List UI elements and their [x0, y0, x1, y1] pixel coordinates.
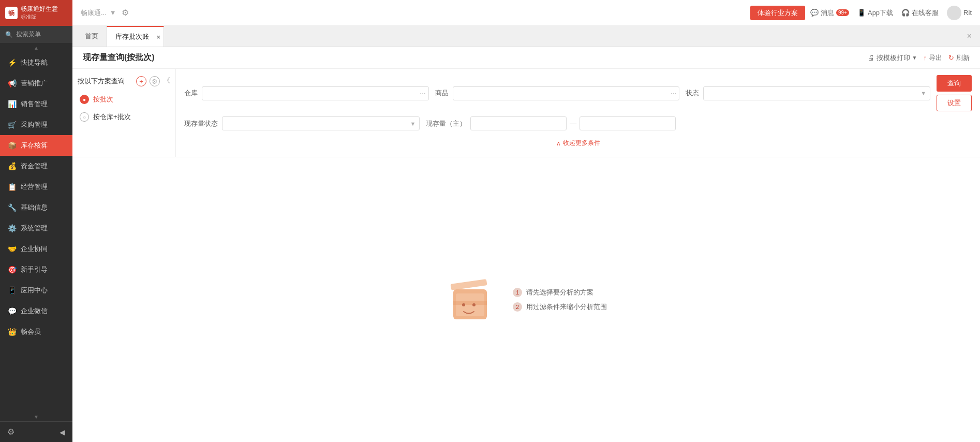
empty-illustration [446, 274, 497, 326]
tab-close-icon[interactable]: × [156, 33, 160, 41]
sidebar-item-member[interactable]: 👑 畅会员 [0, 321, 72, 342]
product-input[interactable] [453, 86, 680, 100]
query-button[interactable]: 查询 [937, 75, 972, 92]
template-print-button[interactable]: 🖨 按模板打印 ▼ [868, 53, 917, 63]
inventory-qty-to[interactable] [580, 116, 676, 130]
finance-icon: 💰 [7, 161, 17, 171]
export-button[interactable]: ↑ 导出 [924, 53, 943, 63]
sidebar-item-apps[interactable]: 📱 应用中心 [0, 280, 72, 301]
product-field: 商品 ··· [435, 86, 680, 100]
product-dots-icon[interactable]: ··· [671, 89, 677, 97]
warehouse-dots-icon[interactable]: ··· [420, 89, 426, 97]
industry-btn[interactable]: 体验行业方案 [750, 6, 805, 20]
system-icon: ⚙️ [7, 224, 17, 233]
collapse-filter-button[interactable]: ∧ 收起更多条件 [184, 136, 972, 151]
gear-icon[interactable]: ⚙ [122, 8, 129, 18]
sidebar-nav: ⚡ 快捷导航 📢 营销推广 📊 销售管理 🛒 采购管理 📦 库存核算 💰 资金管… [0, 52, 72, 412]
sidebar: 畅 畅康通好生意 标准版 🔍 搜索菜单 ▲ ⚡ 快捷导航 📢 营销推广 📊 销售… [0, 0, 72, 442]
tabs-bar: 首页 库存批次账 × × [72, 26, 980, 47]
sidebar-label: 畅会员 [21, 327, 41, 336]
quick-nav-icon: ⚡ [7, 58, 17, 67]
sales-icon: 📊 [7, 99, 17, 109]
setting-scheme-button[interactable]: ⚙ [150, 76, 160, 86]
sidebar-scroll-down[interactable]: ▼ [0, 412, 72, 421]
sidebar-item-marketing[interactable]: 📢 营销推广 [0, 73, 72, 94]
sidebar-item-newbie[interactable]: 🎯 新手引导 [0, 259, 72, 280]
empty-inner: 1 请先选择要分析的方案 2 用过滤条件来缩小分析范围 [446, 274, 607, 326]
settings-button[interactable]: 设置 [937, 95, 972, 111]
sidebar-header: 畅 畅康通好生意 标准版 [0, 0, 72, 26]
service-icon: 🎧 [901, 9, 910, 17]
print-icon: 🖨 [868, 54, 874, 62]
sidebar-item-weixin[interactable]: 💬 企业微信 [0, 301, 72, 321]
app-logo: 畅 [5, 7, 18, 19]
range-dash: — [570, 120, 576, 127]
step-2-num: 2 [513, 302, 522, 312]
inventory-status-field: 现存量状态 ▼ [184, 116, 420, 130]
inventory-qty-from[interactable] [470, 116, 567, 130]
tab-inventory-batch[interactable]: 库存批次账 × [107, 26, 164, 47]
tab-home[interactable]: 首页 [77, 26, 107, 46]
sidebar-footer: ⚙ ◀ [0, 421, 72, 442]
messages-label: 消息 [821, 8, 834, 18]
sidebar-item-operation[interactable]: 📋 经营管理 [0, 176, 72, 197]
sidebar-item-basic[interactable]: 🔧 基础信息 [0, 197, 72, 218]
inventory-icon: 📦 [7, 141, 17, 150]
scheme-panel: 按以下方案查询 + ⚙ 《 ● 按批次 ○ 按仓库+批次 [72, 69, 176, 157]
warehouse-field: 仓库 ··· [184, 86, 429, 100]
warehouse-input[interactable] [202, 86, 429, 100]
messages-action[interactable]: 💬 消息 99+ [810, 8, 849, 18]
search-icon: 🔍 [5, 31, 13, 38]
sidebar-label: 库存核算 [21, 141, 48, 150]
inventory-status-select[interactable] [222, 116, 420, 130]
page-actions: 🖨 按模板打印 ▼ ↑ 导出 ↻ 刷新 [868, 53, 970, 63]
svg-point-4 [462, 303, 465, 306]
status-select[interactable] [703, 86, 930, 100]
sidebar-label: 企业协同 [21, 244, 48, 254]
message-icon: 💬 [810, 9, 819, 17]
scheme-item-by-warehouse-batch[interactable]: ○ 按仓库+批次 [72, 108, 175, 126]
inventory-qty-range: — [470, 116, 676, 130]
inventory-status-select-wrap: ▼ [222, 116, 420, 130]
add-scheme-button[interactable]: + [136, 76, 146, 86]
collapse-up-icon: ∧ [556, 140, 561, 147]
topbar-actions: 💬 消息 99+ 📱 App下载 🎧 在线客服 Rit [810, 6, 972, 20]
sidebar-label: 企业微信 [21, 306, 48, 316]
app-download-action[interactable]: 📱 App下载 [857, 8, 893, 18]
inventory-qty-label: 现存量（主） [426, 119, 466, 128]
sidebar-item-finance[interactable]: 💰 资金管理 [0, 156, 72, 176]
sidebar-item-inventory[interactable]: 📦 库存核算 [0, 135, 72, 156]
sidebar-label: 采购管理 [21, 120, 48, 129]
refresh-button[interactable]: ↻ 刷新 [948, 53, 970, 63]
sidebar-item-corp[interactable]: 🤝 企业协同 [0, 239, 72, 259]
settings-icon[interactable]: ⚙ [7, 427, 14, 437]
sidebar-search[interactable]: 🔍 搜索菜单 [0, 26, 72, 43]
sidebar-label: 新手引导 [21, 265, 48, 274]
hint-2-text: 用过滤条件来缩小分析范围 [526, 302, 607, 312]
phone-icon: 📱 [857, 9, 866, 17]
product-label: 商品 [435, 89, 449, 98]
sidebar-label: 基础信息 [21, 203, 48, 212]
scheme-item-by-batch[interactable]: ● 按批次 [72, 91, 175, 108]
online-service-action[interactable]: 🎧 在线客服 [901, 8, 939, 18]
filter-row-1: 仓库 ··· 商品 ··· 状态 [184, 75, 972, 111]
sidebar-scroll-up[interactable]: ▲ [0, 43, 72, 52]
sidebar-item-purchase[interactable]: 🛒 采购管理 [0, 114, 72, 135]
empty-svg-icon [446, 274, 497, 331]
page-title: 现存量查询(按批次) [83, 52, 868, 63]
sidebar-item-sales[interactable]: 📊 销售管理 [0, 94, 72, 114]
weixin-icon: 💬 [7, 306, 17, 316]
user-action[interactable]: Rit [947, 6, 972, 20]
collapse-scheme-icon[interactable]: 《 [163, 76, 170, 86]
filter-row-2: 现存量状态 ▼ 现存量（主） — [184, 116, 972, 130]
sidebar-label: 快捷导航 [21, 58, 48, 67]
app-subtitle: 标准版 [21, 13, 58, 21]
close-all-tabs-button[interactable]: × [963, 30, 976, 43]
toggle-sidebar-icon[interactable]: ◀ [60, 428, 65, 436]
sidebar-label: 销售管理 [21, 99, 48, 109]
sidebar-item-system[interactable]: ⚙️ 系统管理 [0, 218, 72, 239]
sidebar-item-quick-nav[interactable]: ⚡ 快捷导航 [0, 52, 72, 73]
filter-area: 仓库 ··· 商品 ··· 状态 [176, 69, 980, 157]
page-header: 现存量查询(按批次) 🖨 按模板打印 ▼ ↑ 导出 ↻ 刷新 [72, 47, 980, 69]
app-title: 畅康通好生意 [21, 5, 58, 13]
